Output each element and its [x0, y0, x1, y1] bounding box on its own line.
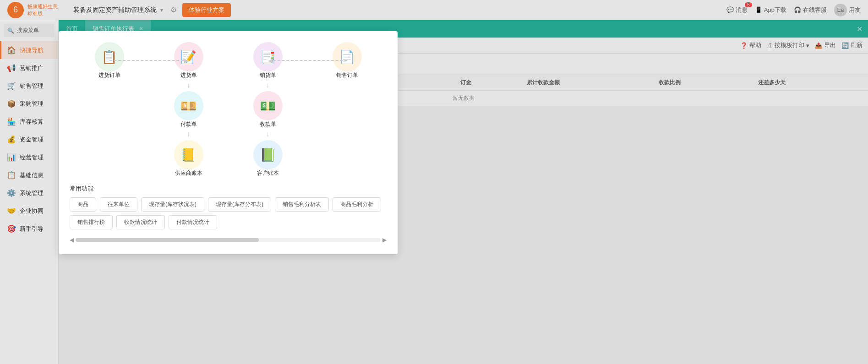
flow-modal: 📋 进货订单 ▶ 📝 进货单: [59, 31, 398, 254]
function-btn-receipt-stats[interactable]: 收款情况统计: [116, 215, 165, 229]
spacer-col1: [70, 79, 149, 91]
down-arrow-receipt: ↓: [228, 128, 307, 140]
function-btn-stock-status[interactable]: 现存量(库存状况表): [141, 197, 204, 212]
empty-col1-r3: [70, 91, 149, 128]
empty-col4-r4: [307, 128, 387, 140]
flow-node-receipt: 💵 收款单: [228, 91, 307, 128]
function-btn-counterpart[interactable]: 往来单位: [100, 197, 137, 212]
customer-account-icon[interactable]: 📗: [253, 140, 283, 169]
flow-node-customer: 📗 客户账本: [228, 140, 307, 177]
arrow-sales-order-to-bill: ◀: [268, 57, 347, 64]
function-btn-stock-dist[interactable]: 现存量(库存分布表): [208, 197, 271, 212]
down-arrow-purchase-icon: ↓: [187, 81, 191, 89]
function-btn-product-gross[interactable]: 商品毛利分析: [333, 197, 381, 212]
scroll-right-arrow[interactable]: ▶: [382, 237, 387, 243]
supplier-account-label: 供应商账本: [175, 169, 202, 177]
payment-label: 付款单: [180, 120, 197, 128]
app-container: 6 畅康通好生意 标准版 装备及固定资产辅助管理系统 ▾ ⚙ 体验行业方案 💬 …: [0, 0, 868, 364]
flow-node-payment: 💴 付款单: [149, 91, 228, 128]
scroll-thumb: [76, 238, 259, 242]
function-buttons-grid: 商品 往来单位 现存量(库存状况表) 现存量(库存分布表) 销售毛利分析表 商品…: [70, 197, 387, 212]
arrow-right-icon: ▶: [184, 57, 189, 64]
empty-col1-r4: [70, 128, 149, 140]
payment-icon[interactable]: 💴: [174, 91, 203, 120]
down-arrow-purchase: ↓: [149, 79, 228, 91]
customer-account-label: 客户账本: [257, 169, 279, 177]
common-title: 常用功能: [70, 185, 387, 193]
arrow-left-icon: ◀: [268, 57, 273, 64]
arrow-purchase-to-bill: ▶: [109, 57, 189, 64]
down-arrow-receipt-icon: ↓: [266, 130, 270, 138]
spacer-col4: [307, 79, 387, 91]
sales-order-label: 销售订单: [336, 71, 358, 79]
flow-node-purchase-bill: ▶ 📝 进货单: [149, 42, 228, 79]
function-btn-sales-gross[interactable]: 销售毛利分析表: [275, 197, 329, 212]
purchase-order-label: 进货订单: [98, 71, 120, 79]
scroll-track[interactable]: [76, 238, 381, 242]
receipt-label: 收款单: [260, 120, 276, 128]
modal-scrollbar: ◀ ▶: [70, 237, 387, 243]
supplier-account-icon[interactable]: 📒: [174, 140, 203, 169]
function-btn-sales-rank[interactable]: 销售排行榜: [70, 215, 113, 229]
empty-col4-r3: [307, 91, 387, 128]
down-arrow-payment-icon: ↓: [187, 130, 191, 138]
flow-diagram: 📋 进货订单 ▶ 📝 进货单: [70, 42, 387, 177]
function-btn-payment-stats[interactable]: 付款情况统计: [169, 215, 217, 229]
empty-col1-r5: [70, 140, 149, 177]
receipt-icon[interactable]: 💵: [253, 91, 283, 120]
function-btn-product[interactable]: 商品: [70, 197, 96, 212]
down-arrow-sales-icon: ↓: [266, 81, 270, 89]
scroll-left-arrow[interactable]: ◀: [70, 237, 74, 243]
empty-col4-r5: [307, 140, 387, 177]
modal-overlay[interactable]: 📋 进货订单 ▶ 📝 进货单: [0, 0, 868, 364]
purchase-bill-label: 进货单: [180, 71, 197, 79]
down-arrow-payment: ↓: [149, 128, 228, 140]
common-functions: 常用功能 商品 往来单位 现存量(库存状况表) 现存量(库存分布表) 销售毛利分…: [70, 185, 387, 229]
flow-node-supplier: 📒 供应商账本: [149, 140, 228, 177]
down-arrow-sales: ↓: [228, 79, 307, 91]
function-buttons-grid-2: 销售排行榜 收款情况统计 付款情况统计: [70, 215, 387, 229]
sales-bill-label: 销货单: [260, 71, 276, 79]
flow-node-sales-order: ◀ 📄 销售订单: [307, 42, 387, 79]
